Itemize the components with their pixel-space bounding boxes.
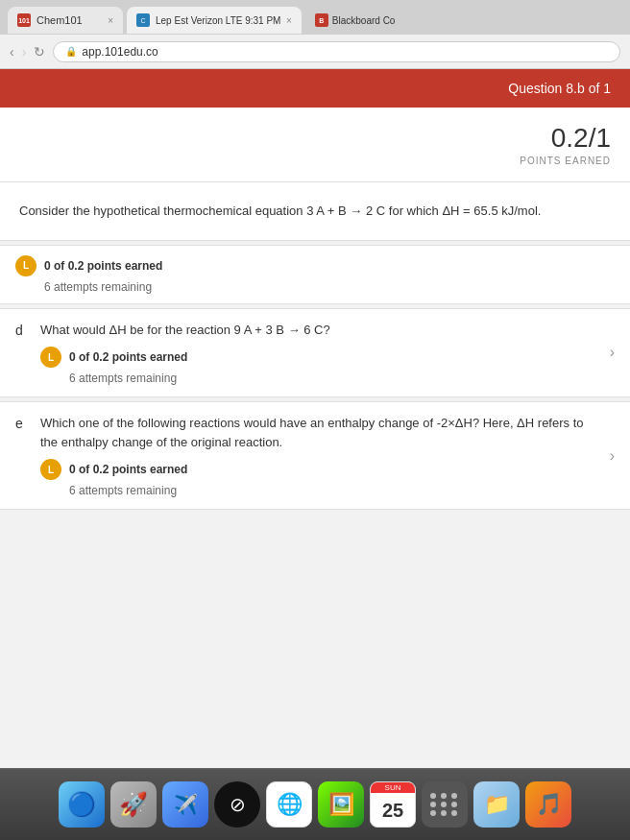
address-bar[interactable]: 🔒 app.101edu.co — [53, 41, 620, 62]
question-intro-text: Consider the hypothetical thermochemical… — [19, 204, 541, 218]
score-area: 0.2/1 POINTS EARNED — [0, 108, 630, 182]
subquestion-d-content: What would ΔH be for the reaction 9 A + … — [40, 321, 600, 386]
subquestion-1-icon: L — [15, 255, 36, 276]
subquestion-d-attempts: 6 attempts remaining — [69, 372, 600, 385]
dot-1 — [430, 793, 436, 799]
subquestion-e-text: Which one of the following reactions wou… — [40, 414, 600, 451]
question-label: Question 8.b of 1 — [508, 81, 611, 96]
subquestion-d-letter: d — [15, 323, 31, 338]
question-intro: Consider the hypothetical thermochemical… — [0, 182, 630, 241]
dock-chrome[interactable]: 🌐 — [266, 781, 312, 828]
dock-files[interactable]: 📁 — [473, 781, 520, 828]
subquestion-1-points: 0 of 0.2 points earned — [44, 259, 162, 273]
bb-favicon: B — [315, 13, 328, 27]
tab-blackboard[interactable]: B Blackboard Co — [305, 7, 405, 34]
dock-photos[interactable]: 🖼️ — [318, 781, 364, 828]
url-text: app.101edu.co — [82, 45, 158, 59]
subquestion-e-points: 0 of 0.2 points earned — [69, 463, 187, 476]
main-content: Question 8.b of 1 0.2/1 POINTS EARNED Co… — [0, 69, 630, 768]
subquestion-e-icon: L — [40, 459, 61, 480]
calendar-month: Sun — [385, 783, 401, 792]
dot-6 — [451, 802, 457, 807]
calendar-date: 25 — [382, 801, 403, 820]
subquestion-1: L 0 of 0.2 points earned 6 attempts rema… — [0, 245, 630, 304]
tab-lep[interactable]: C Lep Est Verizon LTE 9:31 PM 2 × — [127, 7, 302, 34]
subquestion-d[interactable]: d What would ΔH be for the reaction 9 A … — [0, 308, 630, 398]
address-bar-row: ‹ › ↻ 🔒 app.101edu.co — [0, 35, 630, 69]
dock-finder[interactable]: 🔵 — [59, 781, 105, 828]
dock-dots[interactable] — [422, 781, 468, 828]
chem101-favicon: 101 — [17, 13, 31, 27]
forward-button[interactable]: › — [22, 44, 27, 60]
lock-icon: 🔒 — [65, 46, 77, 57]
dock: 🔵 🚀 ✈️ ⊘ 🌐 🖼️ Sun 25 — [0, 768, 630, 840]
subquestion-e[interactable]: e Which one of the following reactions w… — [0, 401, 630, 510]
subquestion-d-points: 0 of 0.2 points earned — [69, 350, 187, 364]
dot-7 — [430, 810, 436, 816]
subquestion-e-points-row: L 0 of 0.2 points earned — [40, 459, 600, 480]
subquestion-d-text: What would ΔH be for the reaction 9 A + … — [40, 321, 600, 340]
dock-rocket[interactable]: ✈️ — [162, 781, 208, 828]
subquestion-d-icon: L — [40, 347, 61, 368]
dot-8 — [441, 810, 447, 816]
tab-lep-close[interactable]: × — [286, 15, 292, 26]
subquestion-1-attempts: 6 attempts remaining — [44, 280, 615, 294]
dock-music[interactable]: 🎵 — [525, 781, 571, 828]
dot-4 — [430, 802, 436, 807]
back-button[interactable]: ‹ — [10, 44, 14, 60]
tab-lep-label: Lep Est Verizon LTE 9:31 PM 2 — [156, 15, 280, 26]
subquestion-d-points-row: L 0 of 0.2 points earned — [40, 347, 600, 368]
dock-compass[interactable]: ⊘ — [214, 781, 260, 828]
browser-chrome: 101 Chem101 × C Lep Est Verizon LTE 9:31… — [0, 0, 630, 69]
tab-chem101-label: Chem101 — [36, 14, 83, 26]
tab-chem101-close[interactable]: × — [108, 15, 113, 26]
subquestion-e-content: Which one of the following reactions wou… — [40, 414, 600, 497]
dot-2 — [441, 793, 447, 799]
dot-5 — [441, 802, 447, 807]
subquestion-d-inner: d What would ΔH be for the reaction 9 A … — [0, 309, 630, 397]
chevron-right-d: › — [610, 344, 615, 361]
dock-calendar[interactable]: Sun 25 — [370, 781, 416, 828]
dock-launchpad[interactable]: 🚀 — [110, 781, 157, 828]
tab-chem101[interactable]: 101 Chem101 × — [8, 7, 123, 34]
subquestion-1-points-row: L 0 of 0.2 points earned — [15, 255, 615, 276]
score-value: 0.2/1 — [19, 123, 611, 154]
dot-grid — [430, 793, 459, 816]
score-label: POINTS EARNED — [19, 156, 611, 166]
dot-3 — [451, 793, 457, 799]
subquestion-e-attempts: 6 attempts remaining — [69, 484, 600, 497]
question-header: Question 8.b of 1 — [0, 69, 630, 108]
dot-9 — [451, 810, 457, 816]
subquestion-e-letter: e — [15, 416, 31, 431]
tab-blackboard-label: Blackboard Co — [332, 15, 396, 26]
tab-bar: 101 Chem101 × C Lep Est Verizon LTE 9:31… — [0, 0, 630, 35]
chevron-right-e: › — [610, 447, 615, 465]
lep-favicon: C — [136, 13, 150, 27]
subquestion-e-inner: e Which one of the following reactions w… — [0, 402, 630, 509]
refresh-button[interactable]: ↻ — [34, 44, 45, 60]
